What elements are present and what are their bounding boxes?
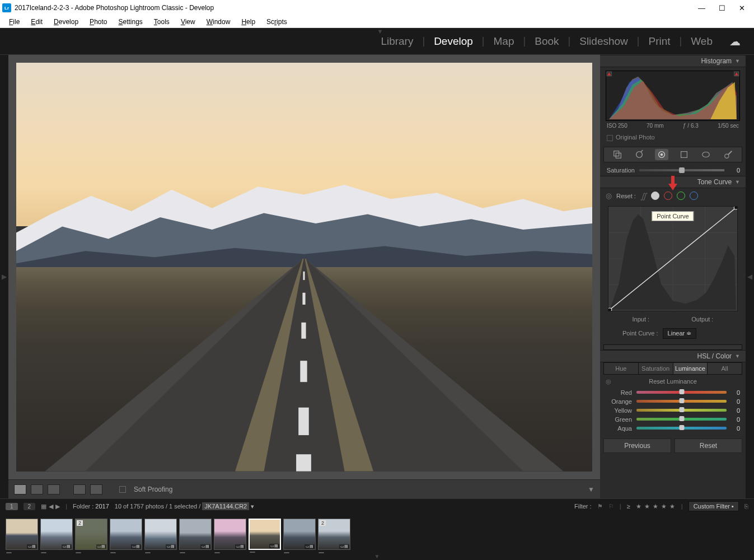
focal-value: 70 mm <box>647 123 664 129</box>
hsl-target-icon[interactable]: ◎ <box>606 378 611 385</box>
menu-file[interactable]: File <box>3 18 25 26</box>
tone-curve-graph[interactable]: Point Curve <box>608 206 738 311</box>
crop-tool[interactable] <box>611 149 624 160</box>
expand-top-icon[interactable]: ▼ <box>377 28 383 35</box>
menu-scripts[interactable]: Scripts <box>261 18 293 26</box>
thumbnail[interactable]: •••••▭▤ <box>6 519 38 550</box>
spot-removal-tool[interactable] <box>633 149 646 160</box>
view-compare-button[interactable] <box>73 484 86 494</box>
menu-window[interactable]: Window <box>201 18 236 26</box>
monitor-1-button[interactable]: 1 <box>6 503 18 510</box>
histogram[interactable] <box>606 71 740 121</box>
thumbnail[interactable]: •••••▭▤ <box>40 519 73 550</box>
toolbar-menu-icon[interactable]: ▼ <box>588 486 594 493</box>
module-tab-slideshow[interactable]: Slideshow <box>570 35 637 48</box>
thumbnail[interactable]: •••••▭▤ <box>179 519 212 550</box>
expand-bottom-icon[interactable]: ▼ <box>0 554 754 560</box>
hsl-yellow-slider[interactable] <box>636 409 727 412</box>
menu-view[interactable]: View <box>175 18 201 26</box>
image-canvas[interactable] <box>8 55 600 479</box>
folder-path[interactable]: Folder : 2017 <box>73 503 109 510</box>
filter-lock-icon[interactable]: ⎘ <box>744 503 748 510</box>
module-tab-map[interactable]: Map <box>485 35 523 48</box>
thumbnail[interactable]: 2•••••▭▤ <box>318 519 350 550</box>
maximize-button[interactable]: ☐ <box>719 4 725 12</box>
saturation-slider[interactable] <box>639 169 724 171</box>
menu-help[interactable]: Help <box>236 18 261 26</box>
filter-stars[interactable]: ★ ★ ★ ★ ★ <box>636 503 676 510</box>
thumbnail[interactable]: •••••▭▤ <box>110 519 142 550</box>
hsl-header[interactable]: HSL / Color▼ <box>600 350 746 362</box>
module-tab-develop[interactable]: Develop <box>425 35 482 48</box>
panel-switch[interactable] <box>603 344 742 350</box>
close-button[interactable]: ✕ <box>739 4 745 12</box>
custom-filter-select[interactable]: Custom Filter ▪ <box>689 501 739 511</box>
view-loupe-button[interactable] <box>14 484 26 494</box>
hsl-green-value: 0 <box>727 416 740 423</box>
menu-tools[interactable]: Tools <box>148 18 175 26</box>
menu-photo[interactable]: Photo <box>84 18 113 26</box>
nav-back-icon[interactable]: ◀ <box>49 503 53 510</box>
thumbnail[interactable]: 2•••••▭▤ <box>75 519 107 550</box>
point-curve-select[interactable]: Linear ≑ <box>663 328 697 339</box>
channel-point-button[interactable] <box>651 192 659 200</box>
redeye-tool[interactable] <box>655 149 668 160</box>
filter-unflag-icon[interactable]: ⚐ <box>608 503 614 510</box>
thumbnail[interactable]: •••••▭▤ <box>214 519 246 550</box>
nav-fwd-icon[interactable]: ▶ <box>55 503 60 510</box>
cloud-sync-icon[interactable]: ☁ <box>729 35 741 48</box>
window-title: 2017Iceland-2-2-3 - Adobe Photoshop Ligh… <box>15 4 214 12</box>
grid-view-icon[interactable]: ▦ <box>41 503 46 510</box>
original-photo-checkbox[interactable] <box>607 135 613 141</box>
menu-settings[interactable]: Settings <box>113 18 148 26</box>
hsl-orange-slider[interactable] <box>636 400 727 403</box>
thumbnail[interactable]: •••••▭▤ <box>144 519 177 550</box>
hsl-aqua-slider[interactable] <box>636 427 727 430</box>
soft-proofing-checkbox[interactable] <box>119 486 126 493</box>
channel-red-button[interactable] <box>664 192 672 200</box>
view-survey-button[interactable] <box>90 484 102 494</box>
hsl-tab-saturation[interactable]: Saturation <box>639 363 673 374</box>
svg-rect-7 <box>300 361 307 382</box>
hsl-green-slider[interactable] <box>636 418 727 421</box>
preview-image <box>16 63 592 472</box>
previous-button[interactable]: Previous <box>603 438 671 453</box>
menu-edit[interactable]: Edit <box>25 18 48 26</box>
histogram-header[interactable]: Histogram▼ <box>600 55 746 67</box>
reset-button[interactable]: Reset <box>675 438 742 453</box>
hsl-tab-luminance[interactable]: Luminance <box>673 363 708 374</box>
monitor-2-button[interactable]: 2 <box>24 503 36 510</box>
tone-input-label: Input : <box>633 316 650 323</box>
module-tab-book[interactable]: Book <box>526 35 568 48</box>
view-beforeafter-tb-button[interactable] <box>48 484 60 494</box>
left-panel-toggle[interactable]: ▶ <box>0 55 8 498</box>
svg-rect-4 <box>303 272 305 280</box>
hsl-aqua-label: Aqua <box>606 425 636 432</box>
view-beforeafter-lr-button[interactable] <box>31 484 43 494</box>
module-tab-print[interactable]: Print <box>640 35 680 48</box>
module-tab-library[interactable]: Library <box>372 35 422 48</box>
tone-reset-label: Reset : <box>616 193 636 199</box>
channel-blue-button[interactable] <box>690 192 698 200</box>
right-panel-scroll[interactable]: ◀ <box>746 55 754 498</box>
filter-label: Filter : <box>574 503 592 510</box>
radial-filter-tool[interactable] <box>699 149 713 160</box>
graduated-filter-tool[interactable] <box>677 149 691 160</box>
app-icon: Lr <box>2 3 11 12</box>
hsl-red-slider[interactable] <box>636 391 727 394</box>
hsl-yellow-label: Yellow <box>606 407 636 414</box>
channel-green-button[interactable] <box>677 192 685 200</box>
channel-rgb-icon[interactable]: ∬ <box>640 192 647 200</box>
hsl-tab-hue[interactable]: Hue <box>604 363 639 374</box>
filter-flag-icon[interactable]: ⚑ <box>597 503 603 510</box>
minimize-button[interactable]: — <box>698 4 705 12</box>
selection-info: 10 of 1757 photos / 1 selected / JK7A114… <box>115 503 254 510</box>
hsl-tab-all[interactable]: All <box>708 363 742 374</box>
adjustment-brush-tool[interactable] <box>722 149 735 160</box>
menu-develop[interactable]: Develop <box>48 18 84 26</box>
thumbnail[interactable]: •••••▭▤ <box>283 519 316 550</box>
hsl-reset-label: Reset Luminance <box>649 378 697 385</box>
tone-target-icon[interactable]: ◎ <box>606 192 612 200</box>
thumbnail[interactable]: •••••▭▤ <box>249 519 281 550</box>
module-tab-web[interactable]: Web <box>682 35 722 48</box>
